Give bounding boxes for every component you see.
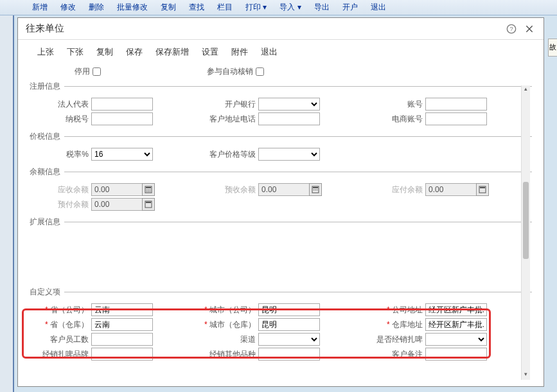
menu-find[interactable]: 查找 (182, 2, 211, 13)
svg-point-13 (315, 190, 316, 191)
section-ext-info-title: 扩展信息 (30, 217, 64, 227)
svg-point-6 (150, 190, 151, 191)
wh-addr-input[interactable] (425, 318, 487, 331)
province-company-label: 省（公司） (30, 305, 91, 316)
cust-price-level-label: 客户价格等级 (197, 149, 258, 160)
menu-delete[interactable]: 删除 (82, 2, 111, 13)
help-icon[interactable]: ? (505, 22, 518, 35)
section-reg-info: 注册信息 法人代表 开户银行 账号 纳税号 (30, 81, 532, 127)
prepaid-input (91, 198, 143, 211)
tax-rate-select[interactable]: 16 (91, 148, 153, 161)
calculator-icon[interactable] (142, 183, 155, 196)
dist-snack-brand-input[interactable] (91, 348, 153, 361)
prepaid-label: 预付余额 (30, 199, 91, 210)
is-dist-snack-label: 是否经销扎啤 (364, 334, 425, 345)
menu-copy[interactable]: 复制 (154, 2, 182, 13)
svg-point-4 (146, 190, 148, 191)
menu-edit[interactable]: 修改 (54, 2, 82, 13)
right-peek-tab[interactable]: 故 (548, 39, 557, 57)
company-addr-label: 公司地址 (364, 305, 425, 316)
section-ext-info: 扩展信息 (30, 217, 532, 283)
menu-open-account[interactable]: 开户 (336, 2, 364, 13)
account-no-label: 账号 (364, 99, 425, 110)
section-balance-title: 余额信息 (30, 166, 64, 177)
scroll-down-icon[interactable]: ▾ (522, 371, 530, 380)
cust-remark-label: 客户备注 (364, 349, 425, 360)
svg-point-14 (317, 190, 318, 191)
svg-point-12 (314, 190, 315, 191)
calculator-icon[interactable] (309, 183, 322, 196)
cust-price-level-select[interactable] (258, 148, 320, 161)
menu-exit[interactable]: 退出 (364, 2, 393, 13)
menu-new[interactable]: 新增 (26, 2, 54, 13)
contact-unit-dialog: 往来单位 ? 上张 下张 复制 保存 保存新增 设置 附件 退出 停用 参与自动… (17, 17, 544, 387)
tax-no-label: 纳税号 (30, 114, 91, 125)
section-reg-info-title: 注册信息 (30, 81, 64, 92)
left-dock-tab[interactable] (0, 0, 14, 392)
ecom-account-label: 电商账号 (364, 114, 425, 125)
section-pricetax: 价税信息 税率% 16 客户价格等级 (30, 131, 532, 163)
ap-input (425, 183, 477, 196)
auto-writeoff-checkbox[interactable] (256, 67, 264, 76)
svg-point-5 (148, 190, 149, 191)
scrollbar-thumb[interactable] (523, 182, 529, 259)
legal-rep-label: 法人代表 (30, 99, 91, 110)
menu-import[interactable]: 导入 ▾ (273, 2, 307, 13)
btn-next[interactable]: 下张 (62, 44, 89, 60)
cust-emp-count-input[interactable] (91, 333, 153, 346)
scroll-up-icon[interactable]: ▴ (522, 85, 530, 94)
province-wh-input[interactable] (91, 318, 153, 331)
dist-other-var-label: 经销其他品种 (197, 349, 258, 360)
ap-label: 应付余额 (364, 184, 425, 195)
svg-text:?: ? (509, 26, 513, 32)
section-balance: 余额信息 应收余额 预收余额 应付余额 (30, 166, 532, 213)
channel-label: 渠道 (197, 334, 258, 345)
prerecv-input (258, 183, 310, 196)
wh-addr-label: 仓库地址 (364, 319, 425, 330)
city-wh-label: 城市（仓库） (197, 319, 258, 330)
vertical-scrollbar[interactable]: ▴ ▾ (521, 85, 530, 380)
menu-columns[interactable]: 栏目 (211, 2, 239, 13)
svg-rect-16 (480, 187, 485, 188)
dialog-toolbar: 上张 下张 复制 保存 保存新增 设置 附件 退出 (18, 40, 544, 64)
btn-copy[interactable]: 复制 (91, 44, 118, 60)
cust-addr-tel-input[interactable] (258, 112, 320, 125)
btn-exit[interactable]: 退出 (256, 44, 283, 60)
svg-rect-18 (146, 202, 151, 203)
menu-print[interactable]: 打印 ▾ (239, 2, 273, 13)
province-company-input[interactable] (91, 303, 153, 316)
svg-point-8 (148, 191, 149, 192)
company-addr-input[interactable] (425, 303, 487, 316)
city-company-input[interactable] (258, 303, 320, 316)
disable-checkbox[interactable] (93, 67, 101, 76)
btn-prev[interactable]: 上张 (32, 44, 59, 60)
btn-save-new[interactable]: 保存新增 (150, 44, 194, 60)
cust-remark-input[interactable] (425, 348, 487, 361)
tax-no-input[interactable] (91, 112, 153, 125)
dist-other-var-input[interactable] (258, 348, 320, 361)
account-no-input[interactable] (425, 98, 487, 111)
section-custom: 自定义项 省（公司） 城市（公司） 公司地址 省（仓库） (30, 287, 532, 362)
cust-addr-tel-label: 客户地址电话 (197, 114, 258, 125)
calculator-icon[interactable] (142, 198, 155, 211)
calculator-icon[interactable] (476, 183, 489, 196)
channel-select[interactable] (258, 333, 320, 346)
btn-settings[interactable]: 设置 (197, 44, 224, 60)
dialog-body: 停用 参与自动核销 注册信息 法人代表 开户银行 账号 (18, 64, 544, 386)
btn-save[interactable]: 保存 (121, 44, 148, 60)
menu-export[interactable]: 导出 (308, 2, 336, 13)
close-icon[interactable] (523, 22, 536, 35)
dialog-title: 往来单位 (26, 22, 500, 35)
city-wh-input[interactable] (258, 318, 320, 331)
is-dist-snack-select[interactable] (425, 333, 487, 346)
main-toolbar: 新增 修改 删除 批量修改 复制 查找 栏目 打印 ▾ 导入 ▾ 导出 开户 退… (0, 0, 557, 15)
ar-label: 应收余额 (30, 184, 91, 195)
btn-attach[interactable]: 附件 (226, 44, 253, 60)
legal-rep-input[interactable] (91, 98, 153, 111)
dist-snack-brand-label: 经销扎啤品牌 (30, 349, 91, 360)
menu-batch-edit[interactable]: 批量修改 (111, 2, 154, 13)
cust-emp-count-label: 客户员工数 (30, 334, 91, 345)
svg-rect-3 (146, 187, 151, 188)
ecom-account-input[interactable] (425, 112, 487, 125)
open-bank-select[interactable] (258, 98, 320, 111)
